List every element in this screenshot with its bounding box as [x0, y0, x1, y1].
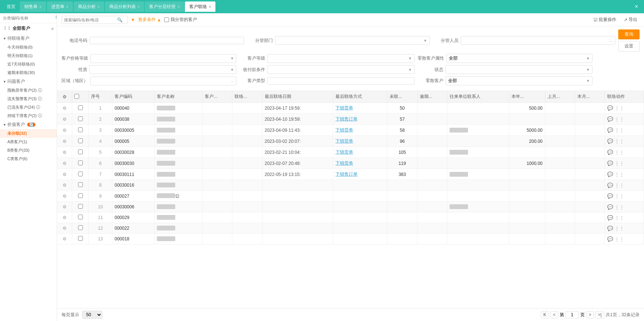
- query-button[interactable]: 查询: [618, 29, 640, 39]
- td-settings[interactable]: ⚙: [57, 158, 72, 169]
- sidebar-item-class-b[interactable]: B类客户(33): [0, 146, 57, 155]
- sidebar-item-churn-warning[interactable]: 流失预警客户(3) ⓘ: [0, 95, 57, 103]
- chat-action-icon[interactable]: 💬: [607, 183, 613, 188]
- th-overdue[interactable]: 逾期...: [417, 91, 447, 103]
- td-settings[interactable]: ⚙: [57, 147, 72, 158]
- td-checkbox[interactable]: [72, 212, 89, 223]
- sidebar-item-class-a[interactable]: A类客户(1): [0, 138, 57, 146]
- select-all-checkbox[interactable]: [74, 94, 79, 99]
- row-checkbox[interactable]: [78, 160, 83, 165]
- td-checkbox[interactable]: [72, 234, 89, 244]
- sidebar-item-churned[interactable]: 已流失客户(24) ⓘ: [0, 103, 57, 112]
- sidebar-section-problem[interactable]: ▼ 问题客户: [0, 77, 57, 86]
- sidebar-item-class-c[interactable]: C类客户(6): [0, 155, 57, 163]
- th-contact[interactable]: 联络...: [232, 91, 262, 103]
- grid-action-icon[interactable]: ⋮⋮: [615, 149, 624, 155]
- sidebar-item-overdue[interactable]: 逾期未联络(30): [0, 68, 57, 77]
- td-settings[interactable]: ⚙: [57, 180, 72, 191]
- grid-action-icon[interactable]: ⋮⋮: [615, 127, 624, 133]
- grid-action-icon[interactable]: ⋮⋮: [615, 116, 624, 122]
- grid-action-icon[interactable]: ⋮⋮: [615, 105, 624, 111]
- td-checkbox[interactable]: [72, 191, 89, 202]
- search-icon[interactable]: 🔍: [117, 17, 123, 22]
- price-level-select[interactable]: ▼: [90, 54, 236, 63]
- td-checkbox[interactable]: [72, 169, 89, 180]
- th-last-month[interactable]: 上月...: [545, 91, 575, 103]
- td-settings[interactable]: ⚙: [57, 103, 72, 114]
- row-checkbox[interactable]: [78, 149, 83, 154]
- row-checkbox[interactable]: [78, 215, 83, 219]
- td-settings[interactable]: ⚙: [57, 114, 72, 125]
- row-checkbox[interactable]: [78, 204, 83, 209]
- chat-action-icon[interactable]: 💬: [607, 215, 613, 221]
- sidebar-item-7days[interactable]: 近7天待联络(0): [0, 60, 57, 68]
- all-customers-group[interactable]: ⋮⋮ 全部客户 «: [0, 23, 57, 34]
- grid-action-icon[interactable]: ⋮⋮: [615, 138, 624, 144]
- th-not-contacted[interactable]: 未联...: [387, 91, 417, 103]
- close-product-analysis-list[interactable]: ×: [138, 5, 140, 9]
- more-conditions-btn[interactable]: 更多条件 ▲: [138, 17, 161, 23]
- td-settings[interactable]: ⚙: [57, 136, 72, 147]
- td-last-method[interactable]: 下销售订单: [333, 169, 387, 180]
- payment-select[interactable]: ▼: [267, 65, 414, 74]
- td-checkbox[interactable]: [72, 147, 89, 158]
- chat-action-icon[interactable]: 💬: [607, 226, 613, 231]
- sparse-attr-select[interactable]: 全部▼: [446, 54, 592, 63]
- td-last-method[interactable]: 下销货单: [333, 147, 387, 158]
- td-settings[interactable]: ⚙: [57, 125, 72, 136]
- th-checkbox[interactable]: [72, 91, 89, 103]
- grid-action-icon[interactable]: ⋮⋮: [615, 172, 624, 177]
- chat-action-icon[interactable]: 💬: [607, 193, 613, 199]
- first-page-btn[interactable]: K: [541, 311, 549, 318]
- td-checkbox[interactable]: [72, 136, 89, 147]
- td-settings[interactable]: ⚙: [57, 191, 72, 202]
- region-select[interactable]: ...: [90, 77, 236, 85]
- td-settings[interactable]: ⚙: [57, 234, 72, 244]
- row-checkbox[interactable]: [78, 236, 83, 241]
- sidebar-section-pending[interactable]: ▼ 待联络客户: [0, 34, 57, 43]
- td-checkbox[interactable]: [72, 202, 89, 212]
- td-settings[interactable]: ⚙: [57, 202, 72, 212]
- close-customer-tier[interactable]: ×: [177, 5, 180, 9]
- reset-button[interactable]: 设置: [618, 41, 640, 52]
- next-page-btn[interactable]: >: [586, 311, 594, 318]
- grid-action-icon[interactable]: ⋮⋮: [615, 204, 624, 210]
- tab-customer-contact[interactable]: 客户联络 ×: [185, 1, 215, 12]
- tab-product-analysis-list[interactable]: 商品分析列表 ×: [105, 1, 144, 12]
- app-close-button[interactable]: ×: [632, 3, 641, 10]
- sidebar-item-declining[interactable]: 持续下滑客户(2) ⓘ: [0, 112, 57, 120]
- chat-action-icon[interactable]: 💬: [607, 172, 613, 177]
- search-input[interactable]: [64, 18, 116, 22]
- my-customers-checkbox[interactable]: 我分管的客户: [164, 17, 197, 23]
- th-last-method[interactable]: 最后联络方式: [333, 91, 387, 103]
- chat-action-icon[interactable]: 💬: [607, 105, 613, 111]
- row-checkbox[interactable]: [78, 182, 83, 187]
- row-checkbox[interactable]: [78, 138, 83, 143]
- customer-type-input[interactable]: [267, 77, 414, 85]
- chat-action-icon[interactable]: 💬: [607, 127, 613, 133]
- th-last-date[interactable]: 最后联络日期: [262, 91, 333, 103]
- page-input[interactable]: [566, 311, 579, 318]
- sidebar-collapse-btn[interactable]: «: [51, 26, 54, 31]
- tab-sales-order[interactable]: 销售单 ×: [20, 1, 46, 12]
- sidebar-item-unassigned[interactable]: 未分组(32): [0, 129, 57, 138]
- row-checkbox[interactable]: [78, 105, 83, 110]
- th-settings[interactable]: ⚙: [57, 91, 72, 103]
- close-customer-contact[interactable]: ×: [209, 5, 211, 9]
- th-code[interactable]: 客户编码: [112, 91, 155, 103]
- close-purchase-order[interactable]: ×: [66, 5, 68, 9]
- chat-action-icon[interactable]: 💬: [607, 116, 613, 122]
- td-checkbox[interactable]: [72, 158, 89, 169]
- sparse-select[interactable]: 全部▼: [446, 76, 592, 85]
- td-checkbox[interactable]: [72, 103, 89, 114]
- chat-action-icon[interactable]: 💬: [607, 236, 613, 242]
- sidebar-item-hoarding[interactable]: 囤购异常客户(2) ⓘ: [0, 86, 57, 95]
- tab-purchase-order[interactable]: 进货单 ×: [47, 1, 73, 12]
- page-size-select[interactable]: 50 100 200: [82, 311, 102, 319]
- prev-page-btn[interactable]: <: [550, 311, 558, 318]
- close-product-analysis[interactable]: ×: [98, 5, 100, 9]
- row-checkbox[interactable]: [78, 116, 83, 121]
- close-sales-order[interactable]: ×: [39, 5, 42, 9]
- th-name[interactable]: 客户名称: [155, 91, 203, 103]
- home-tab[interactable]: 首页: [3, 4, 19, 10]
